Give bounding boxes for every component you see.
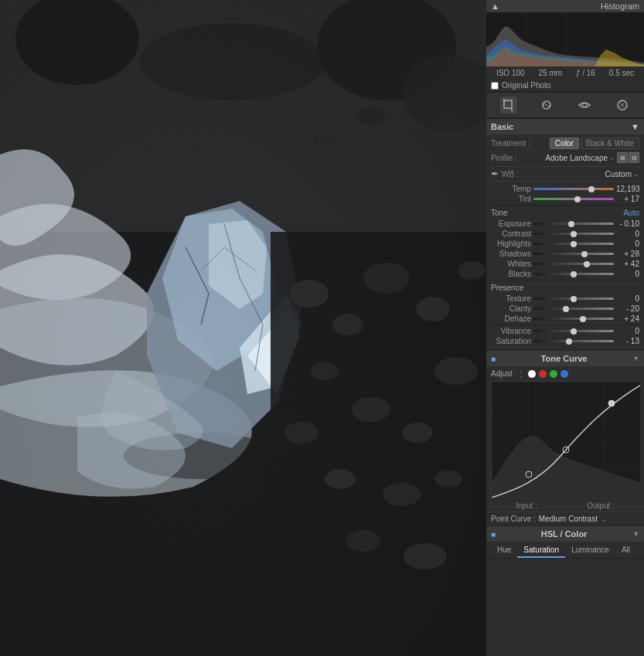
filter-tool-icon[interactable]	[614, 97, 631, 114]
clarity-thumb[interactable]	[563, 306, 569, 312]
hsl-title: HSL / Color	[541, 529, 588, 539]
clarity-label: Clarity	[491, 304, 531, 313]
highlights-track[interactable]	[533, 243, 614, 245]
hsl-tab-saturation[interactable]: Saturation	[517, 543, 565, 558]
contrast-thumb[interactable]	[571, 231, 577, 237]
tint-thumb[interactable]	[574, 196, 581, 202]
saturation-thumb[interactable]	[566, 338, 572, 345]
histogram-canvas	[486, 12, 644, 66]
exposure-track[interactable]	[533, 223, 614, 225]
tone-curve-title: Tone Curve	[541, 354, 588, 363]
tint-slider-row: Tint + 17	[491, 195, 639, 203]
texture-thumb[interactable]	[571, 296, 577, 302]
dehaze-track[interactable]	[533, 318, 614, 320]
red-dot[interactable]	[539, 370, 547, 378]
profile-icons: ⊞ ⊟	[617, 152, 639, 163]
treatment-label: Treatment :	[491, 139, 530, 148]
hsl-tab-all[interactable]: All	[615, 543, 636, 558]
profile-grid-icon-2[interactable]: ⊟	[629, 152, 639, 163]
curve-mode-icon[interactable]: ⋮	[517, 369, 525, 378]
vibrance-value: 0	[616, 327, 639, 335]
highlights-thumb[interactable]	[571, 241, 577, 247]
hsl-header[interactable]: ■ HSL / Color ▼	[486, 525, 644, 542]
saturation-value: - 13	[616, 337, 639, 345]
exposure-thumb[interactable]	[568, 221, 574, 227]
point-curve-value[interactable]: Medium Contrast	[539, 515, 598, 523]
green-dot[interactable]	[550, 370, 557, 378]
vibrance-divider	[491, 325, 639, 325]
tone-auto-btn[interactable]: Auto	[623, 209, 639, 217]
svg-point-36	[582, 104, 586, 107]
bw-btn[interactable]: Black & White	[581, 138, 639, 149]
svg-point-47	[608, 400, 615, 406]
dehaze-thumb[interactable]	[580, 316, 586, 322]
tint-track[interactable]	[533, 198, 614, 200]
whites-thumb[interactable]	[584, 261, 590, 267]
basic-section-title: Basic	[491, 122, 513, 131]
tool-icons-row	[486, 92, 644, 118]
hsl-tabs: Hue Saturation Luminance All	[486, 543, 644, 559]
adjust-label: Adjust	[491, 369, 513, 378]
shadows-value: + 28	[616, 250, 639, 258]
color-btn[interactable]: Color	[550, 138, 579, 149]
treatment-row: Treatment : Color Black & White	[491, 138, 639, 149]
vibrance-track[interactable]	[533, 330, 614, 332]
tone-curve-header[interactable]: ■ Tone Curve ▼	[486, 350, 644, 366]
highlights-slider-row: Highlights 0	[491, 240, 639, 248]
blue-dot[interactable]	[561, 370, 568, 378]
tone-curve-section: ■ Tone Curve ▼ Adjust ⋮	[486, 350, 644, 525]
svg-rect-27	[0, 0, 486, 656]
saturation-slider-row: Saturation - 13	[491, 337, 639, 345]
dehaze-slider-row: Dehaze + 24	[491, 314, 639, 323]
temp-thumb[interactable]	[588, 186, 595, 192]
redeye-tool-icon[interactable]	[576, 97, 593, 114]
blacks-thumb[interactable]	[571, 271, 577, 277]
exif-row: ISO 100 25 mm ƒ / 16 0.5 sec	[486, 66, 644, 80]
blacks-label: Blacks	[491, 270, 531, 278]
exif-aperture: ƒ / 16	[576, 69, 595, 77]
wb-value-text[interactable]: Custom	[605, 170, 632, 178]
curve-canvas[interactable]	[491, 381, 639, 497]
hsl-tab-hue[interactable]: Hue	[491, 543, 517, 558]
profile-value: Adobe Landscape ⌄ ⊞ ⊟	[545, 152, 639, 163]
texture-label: Texture	[491, 294, 531, 303]
hsl-toggle[interactable]: ■	[491, 530, 496, 539]
highlights-label: Highlights	[491, 240, 531, 248]
tone-curve-collapse: ▼	[632, 355, 639, 362]
wb-row: ✒ WB : Custom ⌄	[491, 166, 639, 182]
wb-value: Custom ⌄	[605, 170, 639, 178]
contrast-slider-row: Contrast 0	[491, 229, 639, 238]
clarity-track[interactable]	[533, 308, 614, 310]
vibrance-thumb[interactable]	[571, 328, 577, 335]
tone-divider	[491, 205, 639, 206]
heal-tool-icon[interactable]	[538, 97, 555, 114]
whites-label: Whites	[491, 260, 531, 268]
profile-name[interactable]: Adobe Landscape	[545, 154, 608, 162]
whites-slider-row: Whites + 42	[491, 260, 639, 268]
tone-group-title: Tone Auto	[491, 209, 639, 217]
rgb-dot[interactable]	[528, 370, 536, 378]
blacks-value: 0	[616, 270, 639, 278]
whites-track[interactable]	[533, 263, 614, 265]
exposure-value: - 0.10	[616, 219, 639, 228]
texture-value: 0	[616, 294, 639, 303]
hsl-tab-luminance[interactable]: Luminance	[565, 543, 615, 558]
temp-track[interactable]	[533, 188, 614, 190]
texture-track[interactable]	[533, 297, 614, 300]
profile-grid-icon-1[interactable]: ⊞	[617, 152, 628, 163]
tone-curve-controls: Adjust ⋮	[486, 366, 644, 381]
shadows-thumb[interactable]	[581, 251, 588, 257]
profile-row: Profile : Adobe Landscape ⌄ ⊞ ⊟	[491, 152, 639, 163]
crop-tool-icon[interactable]	[500, 97, 517, 114]
original-photo-row: Original Photo	[486, 80, 644, 91]
histogram-collapse[interactable]: ▲	[491, 2, 499, 11]
shadows-track[interactable]	[533, 253, 614, 255]
blacks-track[interactable]	[533, 273, 614, 275]
tint-label: Tint	[491, 195, 531, 203]
eyedropper-icon[interactable]: ✒	[491, 168, 499, 179]
basic-section-header[interactable]: Basic ▼	[486, 118, 644, 134]
tone-curve-toggle[interactable]: ■	[491, 355, 496, 363]
contrast-track[interactable]	[533, 233, 614, 235]
saturation-track[interactable]	[533, 340, 614, 342]
original-photo-checkbox[interactable]	[491, 82, 499, 90]
